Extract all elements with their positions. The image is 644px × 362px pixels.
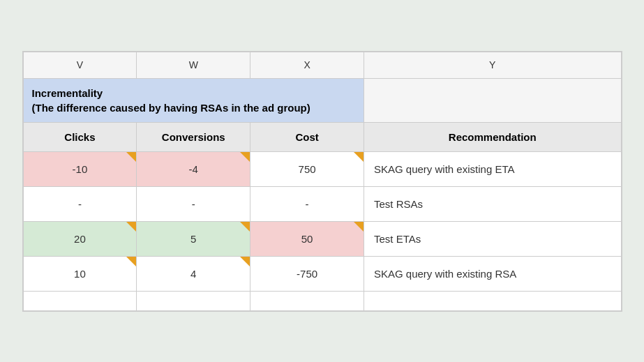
col-x-header: X [250, 52, 364, 78]
incrementality-cell: Incrementality (The difference caused by… [23, 78, 364, 122]
empty-row [23, 291, 621, 310]
table-row: 20550Test ETAs [23, 221, 621, 256]
cost-cell: 50 [250, 221, 364, 256]
col-y-header: Y [364, 52, 621, 78]
corner-triangle-icon [240, 152, 250, 162]
recommendation-cell: SKAG query with existing RSA [364, 256, 621, 291]
clicks-cell: -10 [23, 151, 137, 186]
clicks-cell: 10 [23, 256, 137, 291]
cost-cell: 750 [250, 151, 364, 186]
column-header-row: V W X Y [23, 52, 621, 78]
subheader-clicks: Clicks [23, 122, 137, 151]
corner-triangle-icon [240, 222, 250, 232]
incrementality-subtitle: (The difference caused by having RSAs in… [32, 102, 310, 114]
conversions-cell: 5 [137, 221, 250, 256]
corner-triangle-icon [126, 257, 136, 266]
table-row: 104-750SKAG query with existing RSA [23, 256, 621, 291]
recommendation-cell: SKAG query with existing ETA [364, 151, 621, 186]
col-w-header: W [137, 52, 250, 78]
recommendation-cell: Test RSAs [364, 186, 621, 221]
subheader-row: Clicks Conversions Cost Recommendation [23, 122, 621, 151]
clicks-cell: 20 [23, 221, 137, 256]
corner-triangle-icon [354, 222, 364, 232]
clicks-cell: - [23, 186, 137, 221]
data-table: V W X Y Incrementality (The difference c… [23, 52, 622, 311]
corner-triangle-icon [126, 152, 136, 162]
incrementality-title: Incrementality [32, 87, 103, 99]
conversions-cell: 4 [137, 256, 250, 291]
incrementality-empty [364, 78, 621, 122]
cost-cell: - [250, 186, 364, 221]
col-v-header: V [23, 52, 137, 78]
data-rows: -10-4750SKAG query with existing ETA---T… [23, 151, 621, 291]
conversions-cell: - [137, 186, 250, 221]
subheader-cost: Cost [250, 122, 364, 151]
corner-triangle-icon [240, 257, 250, 266]
corner-triangle-icon [126, 222, 136, 232]
subheader-conversions: Conversions [137, 122, 250, 151]
subheader-recommendation: Recommendation [364, 122, 621, 151]
corner-triangle-icon [354, 152, 364, 162]
cost-cell: -750 [250, 256, 364, 291]
table-row: ---Test RSAs [23, 186, 621, 221]
main-table-wrapper: V W X Y Incrementality (The difference c… [22, 51, 622, 312]
recommendation-cell: Test ETAs [364, 221, 621, 256]
table-row: -10-4750SKAG query with existing ETA [23, 151, 621, 186]
incrementality-row: Incrementality (The difference caused by… [23, 78, 621, 122]
conversions-cell: -4 [137, 151, 250, 186]
